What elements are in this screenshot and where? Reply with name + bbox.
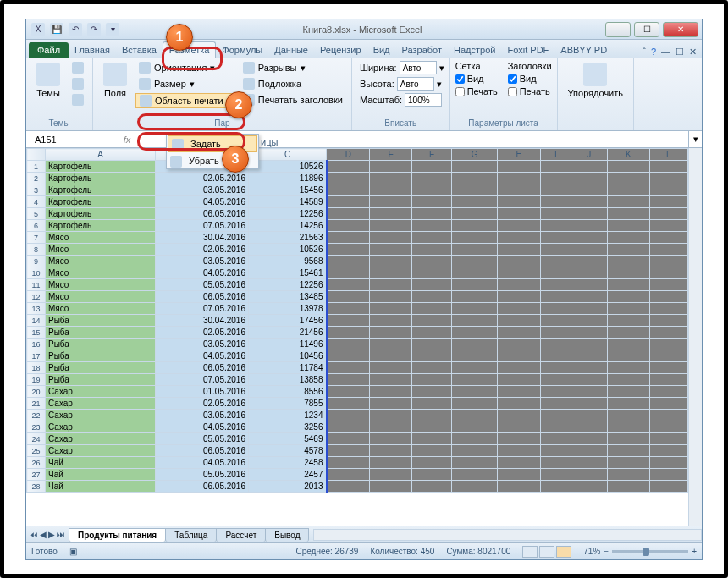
- row-header[interactable]: 16: [27, 339, 46, 350]
- cell-empty[interactable]: [571, 315, 607, 327]
- cell[interactable]: 10456: [249, 350, 327, 362]
- cell-empty[interactable]: [497, 410, 540, 421]
- cell-empty[interactable]: [608, 244, 649, 256]
- cell-empty[interactable]: [497, 184, 540, 196]
- name-box[interactable]: A151: [26, 131, 119, 147]
- cell[interactable]: Мясо: [46, 291, 156, 303]
- scale-box[interactable]: 100%: [405, 93, 442, 107]
- cell-empty[interactable]: [497, 421, 540, 433]
- cell[interactable]: Сахар: [46, 445, 156, 457]
- cell-empty[interactable]: [327, 362, 370, 374]
- cell-empty[interactable]: [370, 339, 411, 350]
- cell-empty[interactable]: [608, 196, 649, 208]
- col-header-G[interactable]: G: [452, 149, 497, 161]
- cell[interactable]: 13858: [249, 374, 327, 386]
- print-titles-button[interactable]: Печатать заголовки: [240, 93, 346, 107]
- cell-empty[interactable]: [411, 208, 451, 220]
- row-header[interactable]: 26: [27, 457, 46, 469]
- cell-empty[interactable]: [497, 481, 540, 493]
- cell[interactable]: 7855: [249, 398, 327, 410]
- cell-empty[interactable]: [411, 315, 451, 327]
- cell-empty[interactable]: [411, 433, 451, 445]
- cell[interactable]: 3256: [249, 421, 327, 433]
- cell-empty[interactable]: [370, 410, 411, 421]
- cell[interactable]: 11784: [249, 362, 327, 374]
- cell-empty[interactable]: [370, 244, 411, 256]
- cell[interactable]: 30.04.2016: [156, 232, 249, 244]
- cell[interactable]: 17456: [249, 315, 327, 327]
- cell[interactable]: Чай: [46, 469, 156, 481]
- cell-empty[interactable]: [411, 421, 451, 433]
- cell[interactable]: 21563: [249, 232, 327, 244]
- cell-empty[interactable]: [649, 291, 687, 303]
- cell-empty[interactable]: [370, 184, 411, 196]
- row-header[interactable]: 5: [27, 208, 46, 220]
- cell-empty[interactable]: [571, 291, 607, 303]
- cell-empty[interactable]: [541, 481, 571, 493]
- doc-restore-icon[interactable]: ☐: [676, 47, 684, 58]
- cell-empty[interactable]: [327, 398, 370, 410]
- cell-empty[interactable]: [571, 410, 607, 421]
- col-header-J[interactable]: J: [571, 149, 607, 161]
- cell-empty[interactable]: [452, 291, 497, 303]
- cell-empty[interactable]: [608, 208, 649, 220]
- fx-icon[interactable]: fx: [119, 131, 135, 147]
- print-area-button[interactable]: Область печати ▾: [135, 93, 236, 108]
- row-header[interactable]: 23: [27, 421, 46, 433]
- cell-empty[interactable]: [370, 279, 411, 291]
- cell-empty[interactable]: [649, 208, 687, 220]
- cell-empty[interactable]: [452, 256, 497, 267]
- sheet-tab-1[interactable]: Таблица: [165, 528, 217, 542]
- cell[interactable]: 06.05.2016: [156, 481, 249, 493]
- cell-empty[interactable]: [327, 421, 370, 433]
- cell[interactable]: Мясо: [46, 267, 156, 279]
- cell-empty[interactable]: [411, 267, 451, 279]
- cell-empty[interactable]: [649, 481, 687, 493]
- cell-empty[interactable]: [452, 315, 497, 327]
- cell-empty[interactable]: [541, 244, 571, 256]
- grid-view-check[interactable]: Вид: [455, 74, 498, 84]
- cell-empty[interactable]: [571, 339, 607, 350]
- cell-empty[interactable]: [327, 279, 370, 291]
- cell[interactable]: Сахар: [46, 433, 156, 445]
- cell[interactable]: 15456: [249, 184, 327, 196]
- cell[interactable]: Сахар: [46, 410, 156, 421]
- cell-empty[interactable]: [452, 386, 497, 398]
- cell-empty[interactable]: [497, 303, 540, 315]
- cell-empty[interactable]: [327, 208, 370, 220]
- orientation-button[interactable]: Ориентация ▾: [135, 61, 236, 74]
- cell-empty[interactable]: [649, 315, 687, 327]
- cell[interactable]: Сахар: [46, 421, 156, 433]
- cell[interactable]: 2013: [249, 481, 327, 493]
- cell-empty[interactable]: [649, 362, 687, 374]
- cell-empty[interactable]: [541, 433, 571, 445]
- cell-empty[interactable]: [370, 327, 411, 339]
- cell-empty[interactable]: [497, 220, 540, 232]
- cell-empty[interactable]: [497, 350, 540, 362]
- sheet-next-icon[interactable]: ▶: [48, 530, 55, 539]
- worksheet-grid[interactable]: ABCDEFGHIJKL1Картофель30.04.2015105262Ка…: [26, 148, 688, 526]
- cell-empty[interactable]: [452, 244, 497, 256]
- cell[interactable]: 05.05.2016: [156, 279, 249, 291]
- cell-empty[interactable]: [411, 350, 451, 362]
- cell-empty[interactable]: [452, 267, 497, 279]
- cell-empty[interactable]: [370, 303, 411, 315]
- cell[interactable]: 01.05.2016: [156, 386, 249, 398]
- row-header[interactable]: 25: [27, 445, 46, 457]
- cell[interactable]: Рыба: [46, 362, 156, 374]
- cell[interactable]: Картофель: [46, 196, 156, 208]
- cell-empty[interactable]: [541, 279, 571, 291]
- sheet-tab-3[interactable]: Вывод: [265, 528, 309, 542]
- cell-empty[interactable]: [327, 339, 370, 350]
- cell-empty[interactable]: [571, 457, 607, 469]
- cell-empty[interactable]: [649, 350, 687, 362]
- cell[interactable]: Мясо: [46, 256, 156, 267]
- cell-empty[interactable]: [370, 350, 411, 362]
- cell-empty[interactable]: [452, 457, 497, 469]
- cell-empty[interactable]: [541, 173, 571, 184]
- cell-empty[interactable]: [411, 173, 451, 184]
- zoom-in-icon[interactable]: +: [692, 547, 697, 556]
- cell[interactable]: 05.05.2016: [156, 433, 249, 445]
- cell-empty[interactable]: [370, 196, 411, 208]
- cell-empty[interactable]: [452, 327, 497, 339]
